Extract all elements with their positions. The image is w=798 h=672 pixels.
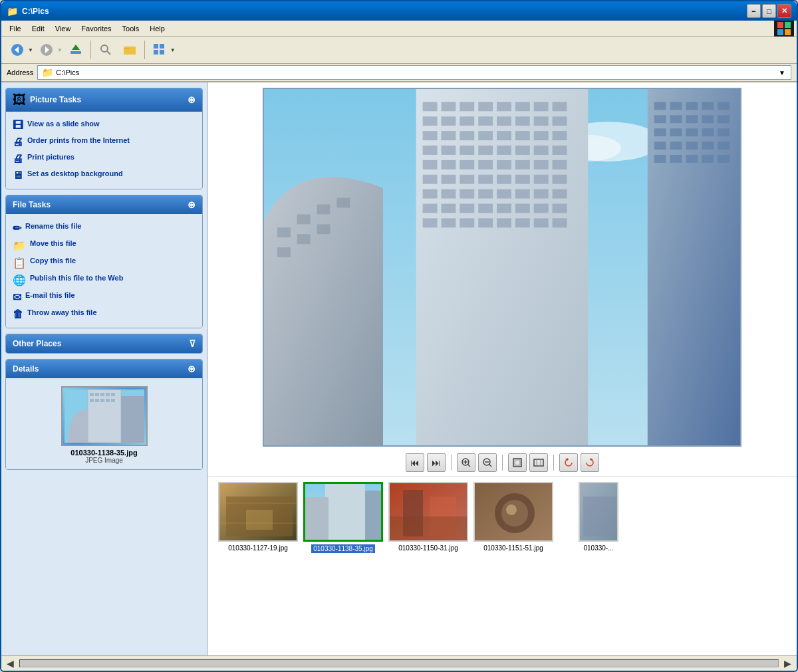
svg-rect-137 — [670, 155, 682, 163]
address-folder-icon: 📁 — [42, 67, 53, 78]
zoom-in-button[interactable] — [457, 453, 475, 472]
menu-tools[interactable]: Tools — [117, 23, 145, 34]
file-tasks-title: File Tasks — [13, 200, 51, 209]
svg-rect-150 — [534, 459, 543, 466]
title-bar: 📁 C:\Pics − □ ✕ — [1, 1, 797, 21]
rotate-ccw-button[interactable] — [559, 453, 578, 472]
copy-item[interactable]: 📋 Copy this file — [10, 254, 198, 271]
slideshow-label: View as a slide show — [27, 119, 196, 128]
svg-rect-111 — [497, 218, 511, 227]
order-prints-item[interactable]: 🖨 Order prints from the Internet — [10, 134, 198, 150]
slideshow-item[interactable]: 🎞 View as a slide show — [10, 117, 198, 134]
svg-rect-69 — [460, 146, 474, 155]
menu-edit[interactable]: Edit — [27, 23, 50, 34]
back-dropdown[interactable]: ▼ — [28, 47, 33, 53]
thumbnail-1[interactable]: 010330-1127-19.jpg — [218, 482, 298, 552]
forward-dropdown[interactable]: ▼ — [57, 47, 63, 53]
menu-view[interactable]: View — [50, 23, 76, 34]
svg-rect-104 — [515, 203, 530, 213]
main-window: 📁 C:\Pics − □ ✕ File Edit View Favorites… — [0, 0, 798, 672]
thumb-frame-1 — [218, 482, 298, 542]
set-desktop-item[interactable]: 🖥 Set as desktop background — [10, 167, 198, 183]
svg-rect-62 — [478, 131, 493, 140]
svg-rect-105 — [534, 203, 549, 213]
prev-image-button[interactable]: ⏮ — [406, 453, 424, 472]
views-dropdown[interactable]: ▼ — [170, 47, 176, 53]
svg-rect-129 — [702, 128, 714, 136]
restore-button[interactable]: □ — [762, 4, 776, 18]
views-button-group: ▼ — [149, 39, 176, 60]
fit-window-button[interactable] — [508, 453, 527, 472]
menu-favorites[interactable]: Favorites — [76, 23, 116, 34]
file-tasks-collapse[interactable]: ⊛ — [188, 199, 196, 210]
svg-rect-86 — [478, 175, 493, 184]
details-header[interactable]: Details ⊛ — [6, 360, 202, 378]
svg-rect-140 — [718, 155, 730, 163]
search-button[interactable] — [95, 39, 116, 60]
file-tasks-header[interactable]: File Tasks ⊛ — [6, 195, 202, 214]
svg-rect-2 — [777, 29, 783, 35]
scroll-left-button[interactable]: ◀ — [7, 658, 14, 669]
file-tasks-header-left: File Tasks — [13, 200, 51, 209]
svg-rect-139 — [702, 155, 714, 163]
folders-button[interactable] — [119, 39, 140, 60]
thumbnail-3[interactable]: 010330-1150-31.jpg — [388, 482, 468, 552]
svg-rect-110 — [478, 218, 493, 227]
back-button[interactable] — [7, 39, 28, 60]
zoom-out-button[interactable] — [478, 453, 497, 472]
email-item[interactable]: ✉ E-mail this file — [10, 288, 198, 306]
horizontal-scrollbar[interactable] — [19, 659, 779, 667]
svg-rect-35 — [277, 227, 291, 237]
svg-rect-52 — [442, 116, 456, 126]
trash-item[interactable]: 🗑 Throw away this file — [10, 306, 198, 322]
address-dropdown-button[interactable]: ▼ — [777, 69, 787, 76]
copy-label: Copy this file — [30, 256, 196, 265]
svg-rect-39 — [277, 247, 291, 257]
minimize-button[interactable]: − — [747, 4, 761, 18]
scroll-right-button[interactable]: ▶ — [784, 658, 791, 669]
rename-item[interactable]: ✏ Rename this file — [10, 219, 198, 237]
other-places-header-left: Other Places — [13, 339, 61, 348]
svg-rect-113 — [534, 218, 549, 227]
forward-button[interactable] — [36, 39, 57, 60]
move-label: Move this file — [30, 239, 196, 248]
views-button[interactable] — [149, 39, 170, 60]
other-places-collapse[interactable]: ⊽ — [189, 338, 196, 349]
menu-file[interactable]: File — [4, 23, 27, 34]
picture-tasks-header[interactable]: 🖼 Picture Tasks ⊛ — [6, 88, 202, 112]
email-label: E-mail this file — [25, 290, 196, 300]
file-tasks-panel: File Tasks ⊛ ✏ Rename this file 📁 Move t… — [5, 195, 203, 328]
thumbnail-2[interactable]: 010330-1138-35.jpg — [303, 482, 383, 553]
publish-item[interactable]: 🌐 Publish this file to the Web — [10, 271, 198, 288]
details-collapse[interactable]: ⊛ — [188, 364, 196, 374]
svg-rect-128 — [686, 128, 698, 136]
svg-rect-107 — [423, 218, 438, 227]
next-image-button[interactable]: ⏭ — [427, 453, 446, 472]
other-places-header[interactable]: Other Places ⊽ — [6, 334, 202, 353]
actual-size-button[interactable] — [529, 453, 548, 472]
svg-rect-71 — [497, 146, 511, 155]
svg-rect-126 — [654, 128, 666, 136]
address-input[interactable]: 📁 C:\Pics ▼ — [37, 65, 791, 80]
close-button[interactable]: ✕ — [777, 4, 791, 18]
svg-rect-45 — [460, 102, 474, 111]
thumbnail-4[interactable]: 010330-1151-51.jpg — [473, 482, 553, 552]
thumbnail-5[interactable]: 010330-... — [559, 482, 638, 552]
svg-rect-26 — [90, 399, 94, 402]
svg-rect-103 — [497, 203, 511, 213]
move-item[interactable]: 📁 Move this file — [10, 237, 198, 254]
picture-tasks-collapse[interactable]: ⊛ — [188, 94, 196, 105]
set-desktop-label: Set as desktop background — [27, 169, 196, 178]
menu-help[interactable]: Help — [144, 23, 170, 34]
picture-tasks-panel-icon: 🖼 — [13, 92, 26, 108]
thumb-frame-5 — [579, 482, 618, 542]
svg-rect-22 — [95, 393, 99, 396]
up-button[interactable] — [65, 39, 86, 60]
svg-rect-30 — [111, 399, 115, 402]
svg-rect-100 — [442, 203, 456, 213]
svg-rect-167 — [390, 516, 468, 542]
rotate-cw-button[interactable] — [581, 453, 599, 472]
print-pictures-item[interactable]: 🖨 Print pictures — [10, 150, 198, 167]
picture-tasks-title: Picture Tasks — [30, 95, 81, 104]
svg-rect-36 — [297, 214, 311, 224]
